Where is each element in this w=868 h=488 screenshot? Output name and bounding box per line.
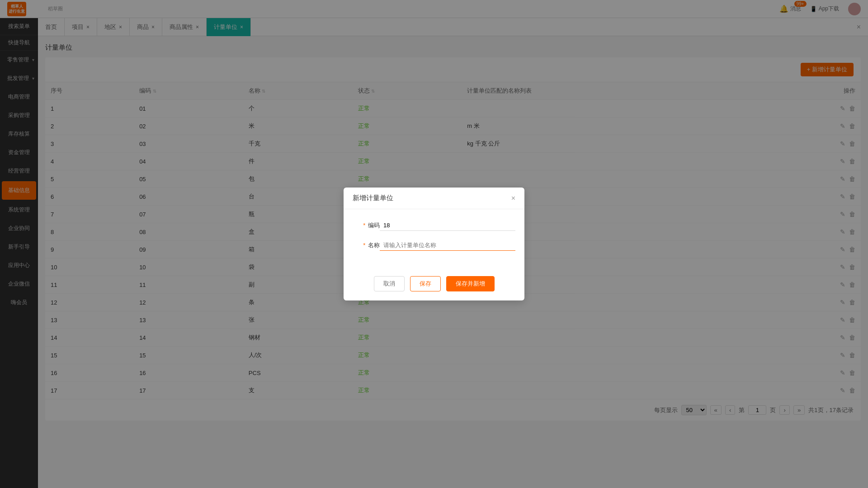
modal-title: 新增计量单位 [353, 194, 393, 202]
modal-overlay[interactable]: 新增计量单位 × * 编码 * 名称 [0, 0, 868, 488]
app-container: 稻草人进行生意 稻草圈 🔔 消息 99+ 📱 App下载 搜索菜单 [0, 0, 868, 488]
code-input[interactable] [380, 220, 515, 231]
modal-header: 新增计量单位 × [344, 188, 524, 209]
modal-close-button[interactable]: × [511, 194, 515, 202]
name-input[interactable] [380, 240, 515, 251]
save-button[interactable]: 保存 [410, 276, 441, 291]
modal-body: * 编码 * 名称 [344, 209, 524, 271]
modal-footer: 取消 保存 保存并新增 [344, 271, 524, 300]
form-item-name: * 名称 [353, 240, 515, 251]
add-unit-modal: 新增计量单位 × * 编码 * 名称 [344, 188, 524, 300]
required-marker: * [363, 222, 365, 229]
required-marker: * [363, 242, 365, 249]
name-label: * 名称 [353, 241, 380, 249]
cancel-button[interactable]: 取消 [374, 276, 405, 291]
form-item-code: * 编码 [353, 220, 515, 231]
save-and-new-button[interactable]: 保存并新增 [446, 276, 495, 291]
code-label: * 编码 [353, 221, 380, 230]
